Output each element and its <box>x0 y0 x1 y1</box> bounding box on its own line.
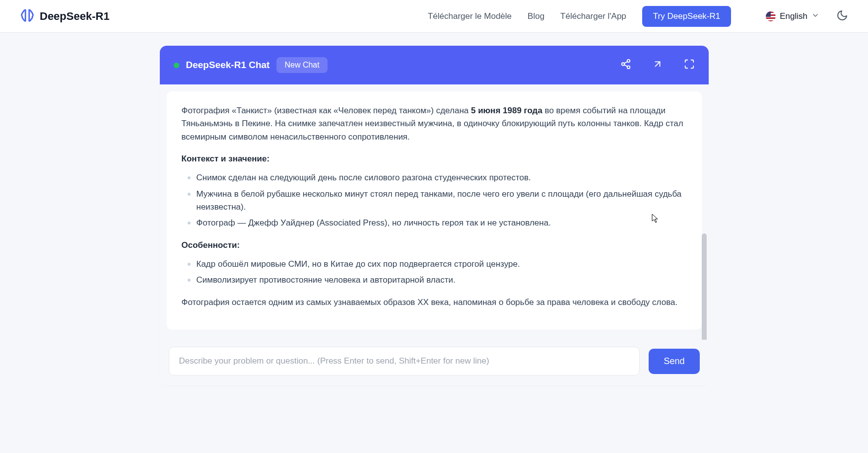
message-outro: Фотография остается одним из самых узнав… <box>182 296 687 309</box>
expand-icon[interactable] <box>652 59 663 72</box>
brain-icon <box>20 8 35 25</box>
flag-icon <box>766 11 776 21</box>
top-nav: DeepSeek-R1 Télécharger le Modèle Blog T… <box>0 0 868 33</box>
fullscreen-icon[interactable] <box>684 59 695 72</box>
try-button[interactable]: Try DeepSeek-R1 <box>642 6 731 27</box>
new-chat-button[interactable]: New Chat <box>276 57 327 73</box>
section2-title: Особенности: <box>182 239 687 252</box>
section1-list: Снимок сделан на следующий день после си… <box>182 171 687 229</box>
svg-line-4 <box>624 62 627 64</box>
chat-header: DeepSeek-R1 Chat New Chat <box>160 46 709 84</box>
list-item: Кадр обошёл мировые СМИ, но в Китае до с… <box>197 258 687 271</box>
brand[interactable]: DeepSeek-R1 <box>20 8 110 25</box>
svg-line-3 <box>624 65 627 67</box>
chevron-down-icon <box>811 11 819 21</box>
list-item: Мужчина в белой рубашке несколько минут … <box>197 188 687 214</box>
section1-title: Контекст и значение: <box>182 152 687 165</box>
brand-name: DeepSeek-R1 <box>40 10 110 23</box>
send-button[interactable]: Send <box>649 349 699 374</box>
chat-title: DeepSeek-R1 Chat <box>186 60 270 71</box>
message-input-wrapper[interactable] <box>169 347 640 376</box>
status-dot <box>174 63 179 68</box>
chat-body: Фотография «Танкист» (известная как «Чел… <box>160 84 709 340</box>
language-label: English <box>780 11 807 21</box>
scrollbar[interactable] <box>702 84 708 340</box>
message-intro: Фотография «Танкист» (известная как «Чел… <box>182 104 687 144</box>
share-icon[interactable] <box>620 59 631 72</box>
list-item: Снимок сделан на следующий день после си… <box>197 171 687 184</box>
list-item: Символизирует противостояние человека и … <box>197 274 687 287</box>
assistant-message: Фотография «Танкист» (известная как «Чел… <box>167 91 702 330</box>
theme-toggle[interactable] <box>836 9 848 23</box>
scrollbar-thumb[interactable] <box>702 233 707 340</box>
intro-pre: Фотография «Танкист» (известная как «Чел… <box>182 106 471 115</box>
svg-line-5 <box>655 62 660 66</box>
section2-list: Кадр обошёл мировые СМИ, но в Китае до с… <box>182 258 687 287</box>
nav-links: Télécharger le Modèle Blog Télécharger l… <box>428 6 731 27</box>
language-switch[interactable]: English <box>766 11 819 21</box>
nav-download-model[interactable]: Télécharger le Modèle <box>428 11 512 21</box>
list-item: Фотограф — Джефф Уайднер (Associated Pre… <box>197 217 687 229</box>
chat-panel: DeepSeek-R1 Chat New Chat Фотография «Та… <box>160 46 709 385</box>
nav-download-app[interactable]: Télécharger l'App <box>560 11 626 21</box>
intro-bold: 5 июня 1989 года <box>471 106 542 115</box>
message-input[interactable] <box>179 356 630 366</box>
nav-blog[interactable]: Blog <box>528 11 544 21</box>
composer: Send <box>160 340 709 385</box>
